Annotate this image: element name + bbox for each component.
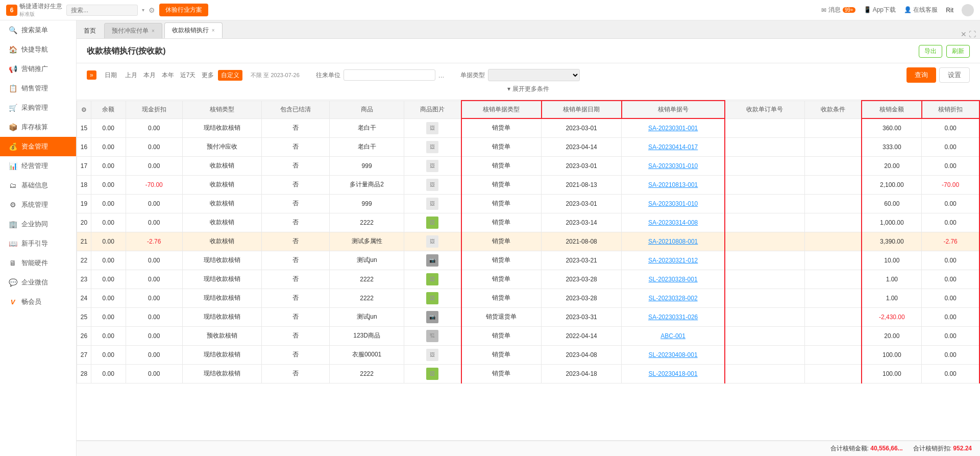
tab-maximize-button[interactable]: ⛶	[969, 30, 976, 38]
receipt-no-link[interactable]: SL-20230328-002	[649, 295, 698, 302]
sidebar-item-wechat[interactable]: 💬 企业微信	[0, 273, 76, 292]
cell-pay-cond	[804, 137, 862, 156]
cell-receipt-no: SL-20230418-001	[622, 364, 725, 383]
sidebar-label-enterprise: 企业协同	[21, 220, 48, 229]
receipt-no-link[interactable]: SA-20210813-001	[648, 181, 698, 188]
cell-pay-cond	[804, 270, 862, 289]
tab-verify[interactable]: 收款核销执行 ×	[164, 22, 223, 38]
filter-row-1: » 日期 上月 本月 本年 近7天 更多 自定义 不限 至 2023-07-26…	[87, 67, 970, 83]
receipt-no-link[interactable]: SA-20230301-010	[648, 200, 698, 207]
tab-home[interactable]: 首页	[77, 23, 103, 38]
date-btn-7days[interactable]: 近7天	[178, 70, 198, 81]
cell-included: 否	[262, 137, 330, 156]
sidebar-item-enterprise[interactable]: 🏢 企业协同	[0, 214, 76, 234]
cell-discount: 0.00	[922, 289, 979, 307]
date-btn-custom[interactable]: 自定义	[218, 70, 242, 81]
cell-cash-discount: 0.00	[126, 118, 182, 137]
solution-button[interactable]: 休验行业方案	[159, 4, 208, 16]
receipt-no-link[interactable]: SA-20230301-001	[648, 125, 698, 132]
gear-icon[interactable]: ⚙	[149, 6, 155, 14]
sidebar-item-search[interactable]: 🔍 搜索菜单	[0, 20, 76, 40]
cell-amount: 3,390.00	[862, 232, 921, 251]
sidebar-item-purchase[interactable]: 🛒 采购管理	[0, 98, 76, 117]
receipt-no-link[interactable]: ABC-001	[660, 332, 685, 340]
receipt-no-link[interactable]: SL-20230408-001	[649, 351, 698, 358]
product-image: 📷	[426, 311, 438, 323]
cell-amount: 100.00	[862, 364, 921, 383]
cell-receipt-date: 2023-03-31	[542, 307, 622, 326]
receipt-type-select[interactable]	[488, 69, 580, 81]
filter-expand-button[interactable]: »	[87, 70, 96, 80]
sidebar-item-basic-info[interactable]: 🗂 基础信息	[0, 176, 76, 195]
cell-balance: 0.00	[91, 156, 126, 175]
cell-pay-cond	[804, 307, 862, 326]
query-button[interactable]: 查询	[906, 67, 936, 83]
dropdown-arrow-icon: ▾	[142, 7, 144, 13]
tab-prepayment-close[interactable]: ×	[152, 28, 155, 34]
tab-verify-close[interactable]: ×	[212, 28, 215, 33]
receipt-no-link[interactable]: SL-20230418-001	[649, 370, 698, 377]
cell-product-img: 🖼	[404, 156, 461, 175]
online-service[interactable]: 👤 在线客服	[904, 6, 938, 14]
message-badge[interactable]: ✉ 消息 99+	[821, 6, 855, 14]
sidebar-item-guide[interactable]: 📖 新手引导	[0, 234, 76, 253]
cell-product-img: 🖼	[404, 364, 461, 383]
app-download[interactable]: 📱 App下载	[864, 6, 896, 14]
table-row: 28 0.00 0.00 现结收款核销 否 2222 🖼 销货单 2023-04…	[77, 364, 980, 383]
sidebar-item-inventory[interactable]: 📦 库存核算	[0, 117, 76, 137]
cell-product: 测试jun	[330, 251, 404, 270]
receipt-no-link[interactable]: SA-20230331-026	[648, 314, 698, 321]
date-btn-last-month[interactable]: 上月	[123, 70, 139, 81]
tab-verify-label: 收款核销执行	[172, 26, 209, 35]
date-btn-this-year[interactable]: 本年	[160, 70, 176, 81]
cell-discount: 0.00	[922, 137, 979, 156]
from-unit-ellipsis[interactable]: ...	[438, 71, 445, 79]
tab-close-window-button[interactable]: ✕	[961, 30, 967, 38]
expand-more-button[interactable]: ▾ 展开更多条件	[507, 85, 549, 93]
cell-balance: 0.00	[91, 118, 126, 137]
export-button[interactable]: 导出	[919, 45, 942, 58]
receipt-no-link[interactable]: SA-20230301-010	[648, 162, 698, 170]
cell-product: 2222	[330, 270, 404, 289]
receipt-no-link[interactable]: SA-20210808-001	[648, 238, 698, 245]
cell-included: 否	[262, 251, 330, 270]
sidebar-item-member[interactable]: V 畅会员	[0, 292, 76, 311]
tab-prepayment[interactable]: 预付冲应付单 ×	[104, 23, 162, 38]
cell-cash-discount: 0.00	[126, 289, 182, 307]
cell-amount: 1.00	[862, 289, 921, 307]
cell-product: 测试多属性	[330, 232, 404, 251]
receipt-no-link[interactable]: SA-20230314-008	[648, 219, 698, 226]
cell-order-no	[725, 232, 804, 251]
refresh-button[interactable]: 刷新	[946, 45, 970, 58]
from-unit-input[interactable]	[344, 69, 435, 81]
sidebar-item-finance[interactable]: 💰 资金管理	[0, 137, 76, 156]
page-title: 收款核销执行(按收款) 导出 刷新	[87, 45, 970, 58]
date-btn-more[interactable]: 更多	[200, 70, 216, 81]
sidebar-item-operations[interactable]: 📊 经营管理	[0, 156, 76, 176]
receipt-no-link[interactable]: SL-20230328-001	[649, 276, 698, 283]
settings-button[interactable]: 设置	[939, 67, 970, 83]
th-settings[interactable]: ⚙	[77, 101, 91, 118]
cell-balance: 0.00	[91, 213, 126, 232]
search-input[interactable]	[66, 5, 138, 16]
sidebar-item-hardware[interactable]: 🖥 智能硬件	[0, 253, 76, 273]
cell-balance: 0.00	[91, 364, 126, 383]
sidebar-item-marketing[interactable]: 📢 营销推广	[0, 59, 76, 79]
cell-receipt-type: 销货单	[461, 194, 542, 213]
from-unit-label: 往来单位	[316, 71, 340, 80]
sidebar-item-system[interactable]: ⚙ 系统管理	[0, 195, 76, 214]
product-image: 📷	[426, 254, 438, 267]
cell-cash-discount: 0.00	[126, 137, 182, 156]
cell-receipt-type: 销货单	[461, 289, 542, 307]
cell-id: 27	[77, 345, 91, 364]
receipt-no-link[interactable]: SA-20230414-017	[648, 143, 698, 151]
sidebar-item-quick-nav[interactable]: 🏠 快捷导航	[0, 40, 76, 59]
cell-order-no	[725, 251, 804, 270]
th-product-img: 商品图片	[404, 101, 461, 118]
cell-product: 999	[330, 194, 404, 213]
sidebar-item-sales[interactable]: 📋 销售管理	[0, 79, 76, 98]
receipt-no-link[interactable]: SA-20230321-012	[648, 257, 698, 264]
sidebar-label-member: 畅会员	[21, 297, 41, 306]
date-btn-this-month[interactable]: 本月	[141, 70, 158, 81]
sidebar-label-basic-info: 基础信息	[21, 181, 48, 190]
